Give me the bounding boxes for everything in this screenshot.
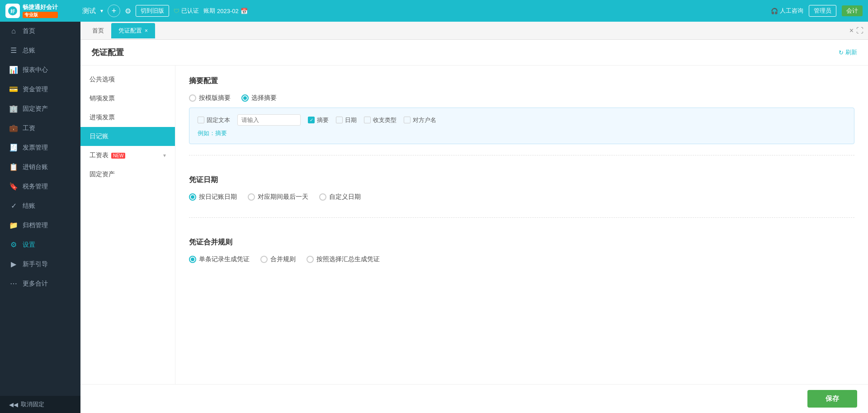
add-button[interactable]: + bbox=[108, 5, 120, 17]
pin-icon: ◀◀ bbox=[9, 401, 18, 408]
sidebar-item-assets[interactable]: 🏢 固定资产 bbox=[0, 99, 80, 118]
logo-text: 畅捷通好会计 专业版 bbox=[23, 4, 58, 18]
radio-template-label: 按模版摘要 bbox=[199, 94, 231, 102]
accountant-button[interactable]: 会计 bbox=[842, 5, 863, 16]
tab-close-button[interactable]: × bbox=[849, 27, 854, 35]
sidebar-item-invoice[interactable]: 🧾 发票管理 bbox=[0, 138, 80, 157]
sidebar-bottom: ◀◀ 取消固定 bbox=[0, 396, 80, 413]
last-day-label: 对应期间最后一天 bbox=[258, 193, 308, 201]
radio-custom-date[interactable]: 自定义日期 bbox=[319, 193, 361, 201]
consult-button[interactable]: 🎧 人工咨询 bbox=[771, 7, 803, 15]
counterparty-checkbox bbox=[404, 117, 410, 123]
left-nav-public[interactable]: 公共选项 bbox=[80, 70, 175, 89]
by-date-circle bbox=[189, 193, 196, 201]
checkbox-summary[interactable]: ✓ 摘要 bbox=[308, 116, 329, 124]
radio-select-label: 选择摘要 bbox=[251, 94, 277, 102]
left-nav-journal[interactable]: 日记账 bbox=[80, 127, 175, 146]
sidebar-item-settings[interactable]: ⚙ 设置 bbox=[0, 235, 80, 254]
sidebar-item-ledger[interactable]: ☰ 总账 bbox=[0, 41, 80, 60]
left-nav-fixed-assets[interactable]: 固定资产 bbox=[80, 165, 175, 184]
sidebar-item-guide[interactable]: ▶ 新手引导 bbox=[0, 254, 80, 274]
tax-icon: 🔖 bbox=[9, 182, 18, 191]
sidebar-item-reports[interactable]: 📊 报表中心 bbox=[0, 60, 80, 80]
summary-checkbox: ✓ bbox=[308, 117, 315, 123]
left-nav-purchase-invoice[interactable]: 进项发票 bbox=[80, 108, 175, 127]
sidebar-item-archive[interactable]: 📁 归档管理 bbox=[0, 216, 80, 235]
radio-merge[interactable]: 合并规则 bbox=[260, 255, 296, 263]
radio-template-circle bbox=[189, 94, 196, 102]
left-nav-journal-label: 日记账 bbox=[90, 132, 108, 140]
cancel-fixed-button[interactable]: ◀◀ 取消固定 bbox=[0, 396, 80, 413]
tab-expand-button[interactable]: ⛶ bbox=[856, 27, 863, 35]
radio-last-day[interactable]: 对应期间最后一天 bbox=[248, 193, 308, 201]
fixed-text-input[interactable] bbox=[237, 114, 301, 126]
sidebar-item-close[interactable]: ✓ 结账 bbox=[0, 196, 80, 216]
refresh-button[interactable]: ↻ 刷新 bbox=[839, 48, 857, 56]
topbar-middle: 测试 ▾ + ⚙ 切到旧版 🛡 已认证 账期 2023-02 📅 bbox=[82, 5, 771, 17]
left-nav-payroll[interactable]: 工资表 NEW ▾ bbox=[80, 146, 175, 165]
by-date-dot bbox=[191, 195, 194, 199]
admin-button[interactable]: 管理员 bbox=[809, 5, 836, 17]
tab-home-label: 首页 bbox=[92, 27, 104, 34]
sidebar-item-tax[interactable]: 🔖 税务管理 bbox=[0, 177, 80, 196]
content-area: 首页 凭证配置 × × ⛶ 凭证配置 ↻ 刷新 公共选项 bbox=[80, 22, 868, 413]
section-voucher-date: 凭证日期 按日记账日期 对应期间最后一天 bbox=[189, 166, 854, 218]
sidebar-item-wages[interactable]: 💼 工资 bbox=[0, 118, 80, 138]
page-header: 凭证配置 ↻ 刷新 bbox=[80, 40, 868, 66]
sidebar-label-tax: 税务管理 bbox=[23, 183, 48, 191]
radio-by-date[interactable]: 按日记账日期 bbox=[189, 193, 237, 201]
checkbox-date[interactable]: 日期 bbox=[336, 116, 357, 124]
left-nav-sales[interactable]: 销项发票 bbox=[80, 89, 175, 108]
sidebar-item-purchase[interactable]: 📋 进销台账 bbox=[0, 157, 80, 177]
tab-close-icon[interactable]: × bbox=[145, 28, 148, 34]
topbar: 好 畅捷通好会计 专业版 测试 ▾ + ⚙ 切到旧版 🛡 已认证 账期 2023… bbox=[0, 0, 868, 22]
close-period-icon: ✓ bbox=[9, 202, 18, 210]
by-select-label: 按照选择汇总生成凭证 bbox=[316, 255, 380, 263]
single-label: 单条记录生成凭证 bbox=[199, 255, 250, 263]
refresh-icon: ↻ bbox=[839, 49, 844, 56]
sidebar-item-more[interactable]: ⋯ 更多合计 bbox=[0, 274, 80, 293]
summary-radio-group: 按模版摘要 选择摘要 bbox=[189, 94, 854, 102]
save-bar: 保存 bbox=[80, 384, 868, 413]
left-nav-sales-label: 销项发票 bbox=[90, 94, 115, 102]
verified-status: 🛡 已认证 bbox=[174, 7, 199, 15]
refresh-label: 刷新 bbox=[845, 48, 857, 56]
old-version-button[interactable]: 切到旧版 bbox=[136, 5, 169, 17]
calendar-icon[interactable]: 📅 bbox=[241, 8, 248, 14]
custom-date-circle bbox=[319, 193, 326, 201]
section-merge-rule: 凭证合并规则 单条记录生成凭证 合并规则 bbox=[189, 229, 854, 280]
tab-voucher-config[interactable]: 凭证配置 × bbox=[111, 23, 155, 38]
company-name: 测试 bbox=[82, 7, 96, 15]
counterparty-label: 对方户名 bbox=[413, 116, 436, 124]
summary-section-title: 摘要配置 bbox=[189, 76, 854, 86]
radio-select-summary[interactable]: 选择摘要 bbox=[241, 94, 277, 102]
logo: 好 畅捷通好会计 专业版 bbox=[5, 4, 82, 18]
sidebar-label-more: 更多合计 bbox=[23, 280, 48, 288]
sidebar-label-home: 首页 bbox=[23, 27, 35, 35]
ledger-icon: ☰ bbox=[9, 46, 18, 55]
sidebar-label-ledger: 总账 bbox=[23, 47, 35, 55]
checkbox-fixed-text[interactable]: 固定文本 bbox=[198, 116, 230, 124]
sidebar-item-funds[interactable]: 💳 资金管理 bbox=[0, 80, 80, 99]
main-layout: ⌂ 首页 ☰ 总账 📊 报表中心 💳 资金管理 🏢 固定资产 💼 工资 🧾 发票… bbox=[0, 22, 868, 413]
save-button[interactable]: 保存 bbox=[807, 390, 857, 408]
radio-template-summary[interactable]: 按模版摘要 bbox=[189, 94, 231, 102]
checkbox-income-type[interactable]: 收支类型 bbox=[364, 116, 396, 124]
sidebar-item-home[interactable]: ⌂ 首页 bbox=[0, 22, 80, 41]
sidebar-label-guide: 新手引导 bbox=[23, 260, 48, 268]
voucher-date-title: 凭证日期 bbox=[189, 175, 854, 185]
radio-single[interactable]: 单条记录生成凭证 bbox=[189, 255, 250, 263]
radio-by-select[interactable]: 按照选择汇总生成凭证 bbox=[307, 255, 380, 263]
reports-icon: 📊 bbox=[9, 66, 18, 74]
settings-icon[interactable]: ⚙ bbox=[125, 7, 131, 15]
merge-rule-title: 凭证合并规则 bbox=[189, 238, 854, 247]
sidebar-label-settings: 设置 bbox=[23, 241, 35, 249]
logo-title: 畅捷通好会计 bbox=[23, 4, 58, 11]
company-dropdown-icon[interactable]: ▾ bbox=[100, 8, 103, 14]
single-circle bbox=[189, 256, 196, 263]
period-info: 账期 2023-02 📅 bbox=[203, 7, 248, 15]
home-icon: ⌂ bbox=[9, 27, 18, 35]
checkbox-counterparty[interactable]: 对方户名 bbox=[404, 116, 436, 124]
sidebar-label-purchase: 进销台账 bbox=[23, 163, 48, 171]
tab-home[interactable]: 首页 bbox=[85, 23, 111, 38]
